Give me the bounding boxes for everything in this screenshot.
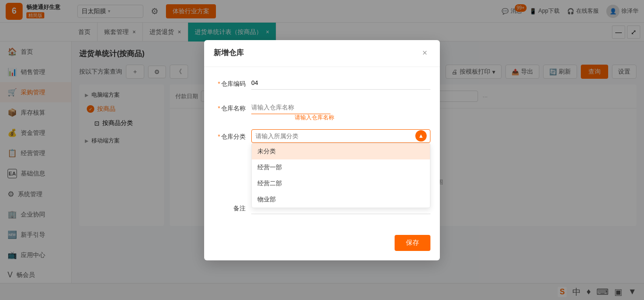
warehouse-name-row: *仓库名称 请输入仓库名称 [214,101,430,116]
save-button[interactable]: 保存 [395,235,430,251]
dialog-title: 新增仓库 [214,48,244,58]
new-warehouse-dialog: 新增仓库 × *仓库编码 *仓库名称 请输入仓库名称 [204,40,440,260]
dropdown-item-dept1[interactable]: 经营一部 [252,159,430,175]
category-label: *仓库分类 [214,129,251,144]
category-dropdown: 未分类 经营一部 经营二部 物业部 [251,143,430,208]
modal-overlay[interactable]: 新增仓库 × *仓库编码 *仓库名称 请输入仓库名称 [0,0,644,300]
dropdown-item-dept2[interactable]: 经营二部 [252,175,430,192]
category-toggle-button[interactable]: ▲ [415,130,427,142]
category-select-wrap: ▲ 未分类 经营一部 经营二部 物业部 [251,129,430,143]
warehouse-name-input[interactable] [251,101,330,114]
warehouse-code-input[interactable] [251,76,430,90]
dialog-footer: 保存 [204,235,440,260]
dropdown-item-uncategorized[interactable]: 未分类 [252,143,430,159]
dropdown-item-dept3[interactable]: 物业部 [252,192,430,208]
warehouse-category-row: *仓库分类 ▲ 未分类 经营一部 经营二部 物业部 [214,129,430,144]
category-input[interactable] [251,129,430,143]
dialog-close-button[interactable]: × [419,48,430,59]
dialog-header: 新增仓库 × [204,40,440,67]
dialog-body: *仓库编码 *仓库名称 请输入仓库名称 *仓库分类 [204,67,440,235]
name-label: *仓库名称 [214,101,251,116]
code-label: *仓库编码 [214,76,251,92]
warehouse-code-row: *仓库编码 [214,76,430,92]
remark-label: 备注 [214,201,251,216]
name-error-message: 请输入仓库名称 [295,114,334,122]
